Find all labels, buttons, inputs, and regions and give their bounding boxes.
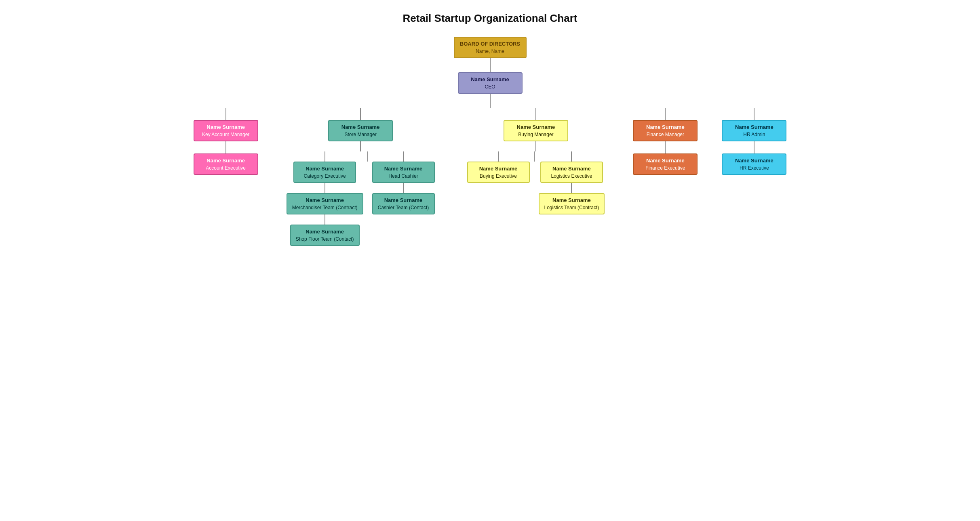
hr-role: HR Admin (743, 132, 765, 137)
ct-role: Cashier Team (Contact) (378, 205, 429, 210)
sm-name: Name Surname (341, 124, 380, 130)
lt-name: Name Surname (552, 197, 591, 203)
org-chart: BOARD OF DIRECTORS Name, Name Name Surna… (4, 37, 976, 246)
fe-name: Name Surname (646, 158, 685, 164)
ce-node: Name Surname Category Executive (293, 162, 356, 183)
ae-name: Name Surname (207, 158, 245, 164)
chart-title: Retail Startup Organizational Chart (4, 12, 976, 25)
fm-name: Name Surname (646, 124, 685, 130)
hc-role: Head Cashier (388, 173, 418, 179)
sm-node: Name Surname Store Manager (328, 120, 393, 141)
hre-name: Name Surname (735, 158, 773, 164)
lt-role: Logistics Team (Contract) (544, 205, 599, 210)
ceo-role: CEO (485, 84, 495, 90)
kam-name: Name Surname (207, 124, 245, 130)
ceo-node: Name Surname CEO (458, 72, 523, 94)
fe-role: Finance Executive (645, 165, 685, 171)
fe-node: Name Surname Finance Executive (633, 153, 698, 175)
mt-name: Name Surname (306, 197, 344, 203)
sm-role: Store Manager (344, 132, 376, 137)
ae-node: Name Surname Account Executive (194, 153, 258, 175)
bm-node: Name Surname Buying Manager (504, 120, 568, 141)
ct-node: Name Surname Cashier Team (Contact) (372, 193, 435, 214)
sft-name: Name Surname (306, 229, 344, 235)
hre-role: HR Executive (740, 165, 769, 171)
hc-node: Name Surname Head Cashier (372, 162, 435, 183)
sft-node: Name Surname Shop Floor Team (Contact) (290, 225, 360, 246)
board-node: BOARD OF DIRECTORS Name, Name (454, 37, 527, 58)
fm-role: Finance Manager (647, 132, 684, 137)
be-role: Buying Executive (480, 173, 517, 179)
le-role: Logistics Executive (551, 173, 592, 179)
mt-role: Merchandiser Team (Contract) (292, 205, 358, 210)
ae-role: Account Executive (206, 165, 246, 171)
ceo-name: Name Surname (471, 76, 509, 82)
bm-role: Buying Manager (518, 132, 553, 137)
sft-role: Shop Floor Team (Contact) (296, 236, 354, 242)
kam-node: Name Surname Key Account Manager (194, 120, 258, 141)
hre-node: Name Surname HR Executive (722, 153, 786, 175)
board-name: BOARD OF DIRECTORS (460, 41, 520, 47)
ct-name: Name Surname (384, 197, 423, 203)
board-role: Name, Name (476, 48, 504, 54)
le-node: Name Surname Logistics Executive (540, 162, 603, 183)
le-name: Name Surname (552, 166, 591, 172)
hr-name: Name Surname (735, 124, 773, 130)
fm-node: Name Surname Finance Manager (633, 120, 698, 141)
hc-name: Name Surname (384, 166, 423, 172)
kam-role: Key Account Manager (202, 132, 249, 137)
hr-node: Name Surname HR Admin (722, 120, 786, 141)
ce-name: Name Surname (306, 166, 344, 172)
lt-node: Name Surname Logistics Team (Contract) (539, 193, 605, 214)
be-name: Name Surname (479, 166, 518, 172)
ce-role: Category Executive (304, 173, 346, 179)
bm-name: Name Surname (517, 124, 555, 130)
be-node: Name Surname Buying Executive (467, 162, 530, 183)
mt-node: Name Surname Merchandiser Team (Contract… (287, 193, 363, 214)
